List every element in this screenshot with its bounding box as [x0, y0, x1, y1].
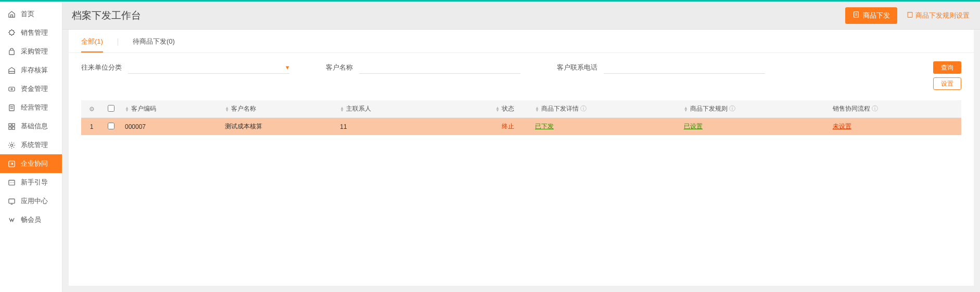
svg-rect-5 [12, 123, 15, 126]
sidebar-item-business[interactable]: 经营管理 [0, 98, 62, 117]
tabs: 全部(1) 待商品下发(0) [69, 30, 974, 53]
link-icon [7, 160, 16, 168]
filter-category-select[interactable]: ▾ [128, 61, 289, 74]
help-icon[interactable]: ⓘ [729, 105, 735, 112]
sort-icon: ▲▼ [340, 107, 344, 112]
sidebar-item-vip[interactable]: 畅会员 [0, 210, 62, 229]
filter-category-label: 往来单位分类 [81, 63, 122, 72]
rule-settings-link[interactable]: 商品下发规则设置 [907, 11, 970, 20]
tab-all[interactable]: 全部(1) [81, 37, 103, 52]
detail-link[interactable]: 已下发 [535, 123, 554, 130]
sort-icon: ▲▼ [495, 107, 500, 112]
filter-category-input[interactable] [128, 61, 289, 74]
sidebar-item-label: 系统管理 [21, 140, 48, 150]
data-table: ⚙ ▲▼客户编码 ▲▼客户名称 ▲▼主联系人 ▲▼状态 ▲▼商品下发详情ⓘ ▲▼… [81, 100, 961, 135]
sidebar-item-label: 应用中心 [21, 196, 48, 206]
search-button[interactable]: 查询 [933, 61, 961, 74]
svg-rect-12 [854, 12, 859, 18]
clipboard-icon [7, 103, 16, 112]
link-label: 商品下发规则设置 [915, 11, 970, 20]
filter-name-input[interactable] [359, 61, 520, 74]
doc-icon [852, 11, 860, 20]
sidebar-item-sales[interactable]: 销售管理 [0, 23, 62, 42]
filter-phone-input[interactable] [604, 61, 765, 74]
svg-rect-13 [908, 12, 912, 17]
sidebar-item-purchase[interactable]: 采购管理 [0, 42, 62, 61]
flow-link[interactable]: 未设置 [833, 123, 851, 130]
col-name[interactable]: ▲▼客户名称 [220, 100, 335, 118]
sidebar-item-apps[interactable]: 应用中心 [0, 192, 62, 210]
sidebar-item-label: 采购管理 [21, 47, 48, 56]
tab-separator [118, 38, 118, 46]
col-status[interactable]: ▲▼状态 [435, 100, 530, 118]
cell-contact: 11 [335, 118, 435, 136]
col-code[interactable]: ▲▼客户编码 [120, 100, 220, 118]
button-label: 商品下发 [863, 11, 890, 20]
chevron-down-icon: ▾ [286, 63, 289, 71]
table-row[interactable]: 1 000007 测试成本核算 11 终止 已下发 已设置 未设置 [81, 118, 961, 136]
sidebar-item-label: 销售管理 [21, 28, 48, 37]
sidebar-item-label: 经营管理 [21, 103, 48, 112]
svg-rect-3 [9, 104, 14, 110]
sort-icon: ▲▼ [125, 107, 129, 112]
settings-button[interactable]: 设置 [933, 77, 961, 90]
sidebar-item-home[interactable]: 首页 [0, 5, 62, 23]
page-title: 档案下发工作台 [72, 9, 845, 22]
sidebar-item-label: 基础信息 [21, 122, 48, 131]
gear-icon[interactable]: ⚙ [89, 105, 95, 113]
svg-rect-0 [9, 50, 14, 54]
new-icon [7, 178, 16, 187]
sidebar-item-label: 首页 [21, 9, 34, 19]
sidebar-item-collab[interactable]: 企业协同 [0, 154, 62, 173]
page-header: 档案下发工作台 商品下发 商品下发规则设置 [62, 2, 980, 30]
row-checkbox[interactable] [108, 123, 114, 129]
app-icon [7, 197, 16, 205]
cell-name: 测试成本核算 [220, 118, 335, 136]
cog-icon [7, 141, 16, 149]
grid-icon [7, 122, 16, 130]
tab-pending[interactable]: 待商品下发(0) [133, 37, 175, 52]
filter-bar: 往来单位分类 ▾ 客户名称 客户联系电话 [69, 53, 974, 100]
sidebar-item-label: 新手引导 [21, 178, 48, 187]
sidebar-item-inventory[interactable]: 库存核算 [0, 61, 62, 79]
product-issue-button[interactable]: 商品下发 [845, 7, 897, 24]
row-index: 1 [81, 118, 102, 136]
cell-status: 终止 [502, 123, 514, 130]
sidebar-item-label: 畅会员 [21, 215, 41, 224]
svg-rect-7 [12, 127, 15, 129]
sidebar-item-baseinfo[interactable]: 基础信息 [0, 117, 62, 136]
sort-icon: ▲▼ [535, 107, 539, 112]
sidebar-item-label: 库存核算 [21, 65, 48, 75]
help-icon[interactable]: ⓘ [872, 105, 878, 112]
bag-icon [7, 47, 16, 56]
col-detail[interactable]: ▲▼商品下发详情ⓘ [530, 100, 679, 118]
help-icon[interactable]: ⓘ [580, 105, 587, 112]
svg-point-8 [10, 144, 12, 146]
filter-name-label: 客户名称 [326, 63, 353, 72]
sidebar-item-system[interactable]: 系统管理 [0, 136, 62, 154]
vip-icon [7, 216, 16, 224]
badge-icon [7, 29, 16, 37]
col-flow: 销售协同流程ⓘ [828, 100, 961, 118]
sidebar-item-label: 资金管理 [21, 84, 48, 94]
sidebar: 首页 销售管理 采购管理 库存核算 资金管理 经营管理 基础信息 系统管理 [0, 2, 62, 292]
sidebar-item-funds[interactable]: 资金管理 [0, 79, 62, 98]
sidebar-item-guide[interactable]: 新手引导 [0, 173, 62, 192]
svg-rect-4 [8, 123, 11, 126]
sort-icon: ▲▼ [684, 107, 688, 112]
rule-icon [907, 11, 913, 20]
col-contact[interactable]: ▲▼主联系人 [335, 100, 435, 118]
home-icon [7, 10, 16, 18]
house-icon [7, 66, 16, 74]
svg-point-2 [11, 88, 12, 90]
svg-rect-11 [8, 198, 14, 203]
rule-link[interactable]: 已设置 [684, 123, 703, 130]
sort-icon: ▲▼ [225, 107, 229, 112]
money-icon [7, 85, 16, 93]
col-rule[interactable]: ▲▼商品下发规则ⓘ [679, 100, 828, 118]
svg-rect-6 [8, 127, 11, 129]
cell-code: 000007 [120, 118, 220, 136]
sidebar-item-label: 企业协同 [21, 159, 48, 168]
svg-rect-1 [8, 87, 14, 91]
select-all-checkbox[interactable] [108, 105, 114, 112]
